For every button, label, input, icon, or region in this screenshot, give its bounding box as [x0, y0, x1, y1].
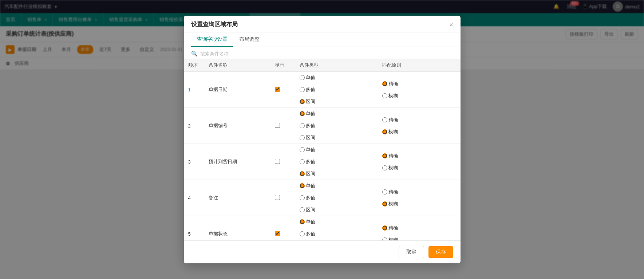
- modal-close-button[interactable]: ×: [449, 21, 453, 28]
- modal-tab-query-fields[interactable]: 查询字段设置: [191, 32, 233, 47]
- col-header-order: 顺序: [184, 59, 205, 70]
- modal-overlay: 设置查询区域布局 × 查询字段设置 布局调整 🔍 顺序 条件名称: [0, 0, 644, 70]
- col-header-show: 显示: [270, 59, 295, 70]
- modal-title: 设置查询区域布局: [191, 21, 238, 28]
- modal-search-bar: 🔍: [184, 47, 461, 59]
- modal-tabs: 查询字段设置 布局调整: [184, 32, 461, 47]
- search-icon: 🔍: [191, 51, 197, 56]
- modal-tab-layout-label: 布局调整: [239, 36, 260, 42]
- col-header-match: 匹配原则: [378, 59, 461, 70]
- modal-tab-layout[interactable]: 布局调整: [233, 32, 265, 47]
- search-input[interactable]: [200, 51, 273, 56]
- modal-header: 设置查询区域布局 ×: [184, 16, 461, 32]
- settings-modal: 设置查询区域布局 × 查询字段设置 布局调整 🔍 顺序 条件名称: [184, 16, 461, 70]
- col-header-name: 条件名称: [204, 59, 270, 70]
- modal-tab-query-label: 查询字段设置: [197, 36, 228, 42]
- modal-table: 顺序 条件名称 显示 条件类型 匹配原则 1单据日期单值多值区间精确模糊2单据编…: [184, 59, 461, 70]
- col-header-type: 条件类型: [295, 59, 378, 70]
